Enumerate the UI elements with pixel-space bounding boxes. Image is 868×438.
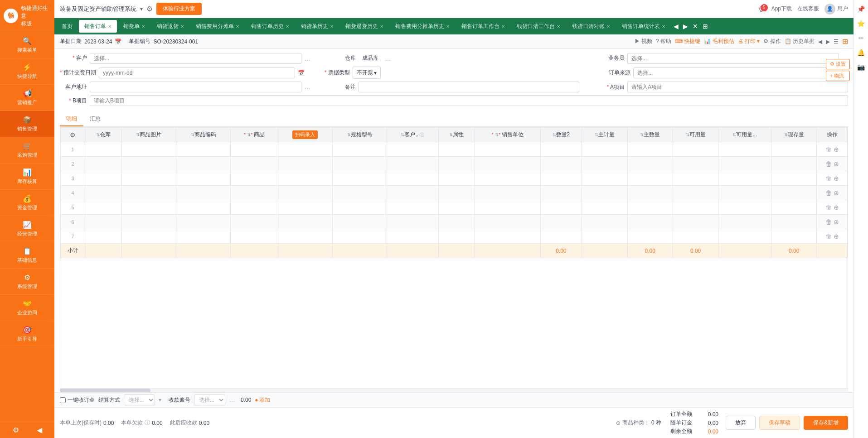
copy-icon-5[interactable]: ⊕: [834, 204, 839, 211]
discard-button[interactable]: 放弃: [726, 416, 756, 430]
date-picker-icon[interactable]: 📅: [115, 39, 121, 45]
sort-icon-qty2[interactable]: ⇅: [553, 132, 556, 137]
th-scan[interactable]: 扫码录入: [278, 128, 332, 142]
delete-icon-6[interactable]: 🗑: [825, 218, 832, 226]
sidebar-item-资金管理[interactable]: 💰资金管理: [0, 190, 54, 216]
tab-销售订单统计表[interactable]: 销售订单统计表✕: [616, 20, 671, 33]
tab-销售订单历史[interactable]: 销售订单历史✕: [246, 20, 295, 33]
top-gear-icon[interactable]: ⚙: [146, 5, 153, 13]
sort-icon-main_unit[interactable]: ⇅: [595, 132, 598, 137]
tab-销售订单工作台[interactable]: 销售订单工作台✕: [456, 20, 510, 33]
detail-tab-汇总[interactable]: 汇总: [83, 112, 107, 126]
tab-close-3[interactable]: ✕: [180, 24, 184, 29]
nav-prev-icon[interactable]: ◀: [818, 39, 822, 45]
message-icon-wrapper[interactable]: 💬 5: [759, 6, 766, 12]
delete-icon-7[interactable]: 🗑: [825, 233, 832, 240]
payment-method-select[interactable]: 选择...: [124, 395, 155, 405]
tab-prev-icon[interactable]: ◀: [672, 23, 680, 30]
copy-icon-3[interactable]: ⊕: [834, 175, 839, 182]
tab-close-8[interactable]: ✕: [446, 24, 450, 29]
tab-钱货日清工作台[interactable]: 钱货日清工作台✕: [511, 20, 566, 33]
account-select[interactable]: 选择...: [194, 395, 225, 405]
help-action[interactable]: ? 帮助: [656, 38, 671, 45]
system-dropdown[interactable]: ▾: [140, 6, 143, 12]
tab-close-6[interactable]: ✕: [330, 24, 334, 29]
tab-close-all-icon[interactable]: ✕: [691, 23, 700, 30]
delete-icon-4[interactable]: 🗑: [825, 189, 832, 197]
tab-close-5[interactable]: ✕: [286, 24, 289, 29]
address-more-icon[interactable]: …: [304, 83, 310, 91]
sort-icon-stock[interactable]: ⇅: [784, 132, 788, 137]
sidebar-item-快捷导航[interactable]: ⚡快捷导航: [0, 58, 54, 85]
panel-edit-icon[interactable]: ✏: [856, 33, 867, 43]
sort-icon-spec[interactable]: ⇅: [347, 132, 351, 137]
tab-close-11[interactable]: ✕: [606, 24, 610, 29]
sidebar-item-企业协同[interactable]: 🤝企业协同: [0, 295, 54, 321]
sort-icon-warehouse[interactable]: ⇅: [96, 132, 100, 137]
print-action[interactable]: 🖨 打印 ▾: [738, 38, 760, 45]
app-download-link[interactable]: App下载: [771, 5, 792, 13]
panel-camera-icon[interactable]: 📷: [856, 62, 867, 72]
delete-icon-3[interactable]: 🗑: [825, 175, 832, 182]
tab-close-1[interactable]: ✕: [108, 24, 112, 29]
delete-icon-5[interactable]: 🗑: [825, 204, 832, 211]
settings-btn[interactable]: ⚙ 设置: [826, 59, 850, 69]
delete-icon-1[interactable]: 🗑: [825, 146, 832, 153]
tab-grid-icon[interactable]: ⊞: [701, 23, 710, 30]
tab-close-4[interactable]: ✕: [236, 24, 239, 29]
sidebar-collapse-icon[interactable]: ◀: [37, 426, 42, 434]
copy-icon-6[interactable]: ⊕: [834, 218, 839, 226]
online-service-link[interactable]: 在线客服: [797, 5, 819, 13]
one-click-checkbox-input[interactable]: [60, 397, 66, 403]
tab-close-9[interactable]: ✕: [501, 24, 505, 29]
profit-action[interactable]: 📊 毛利预估: [704, 38, 734, 45]
tab-销货单历史[interactable]: 销货单历史✕: [296, 20, 339, 33]
user-area[interactable]: 👤 用户: [824, 4, 848, 14]
warehouse-more-icon[interactable]: …: [385, 55, 391, 62]
tab-销售订单[interactable]: 销售订单✕: [79, 20, 117, 33]
shortcut-action[interactable]: ⌨ 快捷键: [675, 38, 700, 45]
view-list-icon[interactable]: ☰: [834, 39, 839, 45]
customer-input[interactable]: [90, 53, 301, 64]
remark-input[interactable]: [359, 82, 579, 92]
copy-icon-1[interactable]: ⊕: [834, 146, 839, 153]
sort-icon-main_qty[interactable]: ⇅: [640, 132, 644, 137]
sidebar-item-营销推广[interactable]: 📢营销推广: [0, 85, 54, 111]
tab-close-10[interactable]: ✕: [557, 24, 560, 29]
save-draft-button[interactable]: 保存草稿: [759, 416, 800, 430]
tab-销售费用分摊单历史[interactable]: 销售费用分摊单历史✕: [390, 20, 455, 33]
logistics-btn[interactable]: + 物流: [826, 71, 850, 81]
solution-button[interactable]: 体验行业方案: [156, 3, 202, 15]
sidebar-item-采购管理[interactable]: 🛒采购管理: [0, 137, 54, 164]
panel-star-icon[interactable]: ⭐: [856, 18, 867, 29]
account-more-icon[interactable]: …: [229, 396, 235, 404]
tab-销货退货历史[interactable]: 销货退货历史✕: [340, 20, 389, 33]
tab-销货退货[interactable]: 销货退货✕: [151, 20, 189, 33]
copy-icon-7[interactable]: ⊕: [834, 233, 839, 240]
sidebar-item-销售管理[interactable]: 📦销售管理: [0, 111, 54, 137]
add-btn[interactable]: ● 添加: [255, 396, 270, 404]
tab-close-7[interactable]: ✕: [380, 24, 383, 29]
sidebar-item-经营管理[interactable]: 📈经营管理: [0, 216, 54, 242]
tab-钱货日清对账[interactable]: 钱货日清对账✕: [567, 20, 616, 33]
delivery-date-icon[interactable]: 📅: [298, 70, 305, 76]
sidebar-settings-icon[interactable]: ⚙: [13, 426, 19, 434]
tab-首页[interactable]: 首页: [56, 20, 78, 33]
view-grid-icon[interactable]: ⊞: [842, 37, 848, 46]
sidebar-item-基础信息[interactable]: 📋基础信息: [0, 242, 54, 269]
operation-action[interactable]: ⚙ 操作: [763, 38, 781, 45]
sidebar-item-系统管理[interactable]: ⚙系统管理: [0, 269, 54, 295]
sidebar-item-搜索菜单[interactable]: 🔍搜索菜单: [0, 32, 54, 58]
delete-icon-2[interactable]: 🗑: [825, 160, 832, 168]
address-input[interactable]: [90, 82, 301, 92]
gear-icon[interactable]: ⚙: [70, 131, 76, 139]
panel-pin-icon[interactable]: 📌: [856, 4, 867, 14]
order-source-input[interactable]: [633, 67, 843, 78]
tab-next-icon[interactable]: ▶: [681, 23, 690, 30]
one-click-checkbox[interactable]: 一键收订金: [60, 396, 95, 404]
tab-销货单[interactable]: 销货单✕: [118, 20, 150, 33]
th-gear[interactable]: ⚙: [61, 128, 85, 142]
save-new-button[interactable]: 保存&新增: [804, 416, 848, 430]
sidebar-item-新手引导[interactable]: 🎯新手引导: [0, 321, 54, 347]
nav-next-icon[interactable]: ▶: [826, 39, 830, 45]
